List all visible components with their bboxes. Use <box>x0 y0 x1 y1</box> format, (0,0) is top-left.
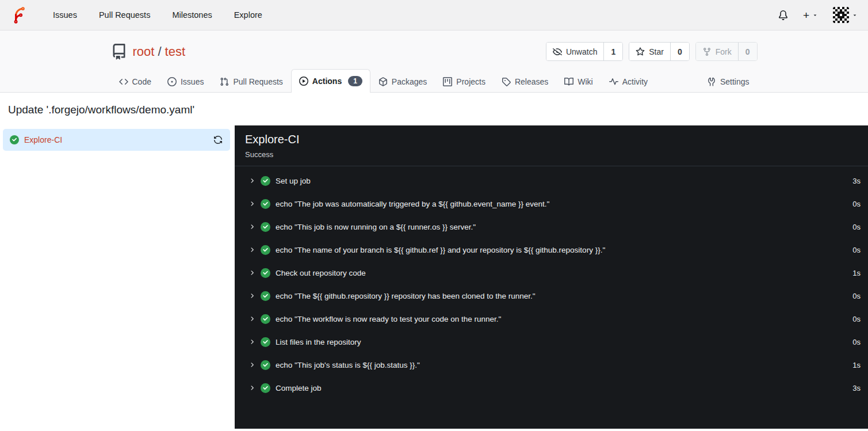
project-icon <box>443 77 452 86</box>
job-log-panel: Explore-CI Success Set up job 3s echo "T… <box>235 125 868 429</box>
star-button[interactable]: Star <box>629 43 670 60</box>
step-row[interactable]: Complete job 3s <box>235 376 868 399</box>
watchers-count[interactable]: 1 <box>603 43 622 60</box>
plus-icon: + <box>803 10 809 21</box>
check-circle-icon <box>261 245 270 255</box>
chevron-right-icon <box>248 269 255 276</box>
check-circle-icon <box>261 360 270 370</box>
code-icon <box>119 77 128 86</box>
step-duration: 0s <box>852 200 861 208</box>
chevron-right-icon <box>248 177 255 184</box>
nav-item-issues[interactable]: Issues <box>53 10 77 20</box>
check-circle-icon <box>261 176 270 186</box>
tab-label: Releases <box>515 77 548 86</box>
step-row[interactable]: Set up job 3s <box>235 169 868 192</box>
fork-label: Fork <box>716 47 732 56</box>
step-name: Set up job <box>276 177 311 185</box>
step-duration: 3s <box>852 177 861 185</box>
log-header: Explore-CI Success <box>235 125 868 166</box>
create-new-menu[interactable]: + <box>803 10 818 21</box>
repo-book-icon <box>111 44 127 60</box>
tab-issues[interactable]: Issues <box>159 70 212 93</box>
tab-settings[interactable]: Settings <box>699 70 758 93</box>
tab-label: Code <box>132 77 151 86</box>
repo-title-row: root / test Unwatch 1 <box>111 30 758 61</box>
step-row[interactable]: echo "This job is now running on a ${{ r… <box>235 215 868 238</box>
chevron-right-icon <box>248 292 255 299</box>
tab-activity[interactable]: Activity <box>601 70 656 93</box>
check-circle-icon <box>261 383 270 393</box>
step-duration: 0s <box>852 223 861 231</box>
run-title: Update '.forgejo/workflows/demo.yaml' <box>0 93 868 125</box>
star-label: Star <box>649 47 664 56</box>
step-row[interactable]: echo "The workflow is now ready to test … <box>235 307 868 330</box>
tab-label: Issues <box>181 77 204 86</box>
step-row[interactable]: echo "This job's status is ${{ job.statu… <box>235 353 868 376</box>
tools-icon <box>707 77 716 86</box>
repo-owner-link[interactable]: root <box>133 44 155 59</box>
tab-projects[interactable]: Projects <box>435 70 494 93</box>
step-name: echo "This job is now running on a ${{ r… <box>276 223 476 231</box>
nav-item-milestones[interactable]: Milestones <box>172 10 212 20</box>
pulse-icon <box>609 77 618 86</box>
step-row[interactable]: echo "The name of your branch is ${{ git… <box>235 238 868 261</box>
step-duration: 0s <box>852 246 861 254</box>
eye-closed-icon <box>553 47 562 56</box>
user-menu[interactable] <box>833 7 858 23</box>
step-row[interactable]: Check out repository code 1s <box>235 261 868 284</box>
step-name: Check out repository code <box>276 269 366 277</box>
step-name: echo "This job's status is ${{ job.statu… <box>276 361 420 369</box>
tab-actions[interactable]: Actions 1 <box>291 69 370 93</box>
notifications-bell-icon[interactable] <box>778 10 788 20</box>
rerun-sync-icon[interactable] <box>213 135 223 144</box>
forgejo-logo-icon[interactable] <box>10 6 29 24</box>
star-icon <box>636 47 645 56</box>
tab-packages[interactable]: Packages <box>370 70 435 93</box>
unwatch-button-group: Unwatch 1 <box>546 42 623 61</box>
repo-name-link[interactable]: test <box>165 44 185 59</box>
log-job-name: Explore-CI <box>245 133 858 146</box>
caret-down-icon <box>812 12 818 18</box>
caret-down-icon <box>852 12 858 18</box>
step-name: echo "The job was automatically triggere… <box>276 200 549 208</box>
step-duration: 3s <box>852 384 861 392</box>
tab-wiki[interactable]: Wiki <box>556 70 601 93</box>
check-circle-icon <box>261 222 270 232</box>
check-circle-icon <box>261 291 270 301</box>
play-circle-icon <box>299 77 308 86</box>
issue-icon <box>167 77 177 86</box>
tab-label: Activity <box>622 77 648 86</box>
step-row[interactable]: echo "The ${{ github.repository }} repos… <box>235 284 868 307</box>
nav-item-explore[interactable]: Explore <box>234 10 262 20</box>
step-row[interactable]: echo "The job was automatically triggere… <box>235 192 868 215</box>
repo-tabs: Code Issues Pull Requests Actions 1 <box>111 69 758 92</box>
tab-label: Actions <box>312 77 342 86</box>
step-duration: 1s <box>852 269 861 277</box>
chevron-right-icon <box>248 338 255 345</box>
unwatch-button[interactable]: Unwatch <box>546 43 603 60</box>
chevron-right-icon <box>248 361 255 368</box>
check-circle-icon <box>261 268 270 278</box>
package-icon <box>378 77 388 86</box>
chevron-right-icon <box>248 200 255 207</box>
stars-count[interactable]: 0 <box>670 43 689 60</box>
chevron-right-icon <box>248 315 255 322</box>
tab-pull-requests[interactable]: Pull Requests <box>212 70 290 93</box>
step-row[interactable]: List files in the repository 0s <box>235 330 868 353</box>
tab-label: Wiki <box>578 77 592 86</box>
repo-action-buttons: Unwatch 1 Star 0 Fork <box>546 42 758 61</box>
step-duration: 0s <box>852 338 861 346</box>
tab-label: Settings <box>720 77 750 86</box>
navbar-right: + <box>778 7 858 23</box>
chevron-right-icon <box>248 384 255 391</box>
job-item-explore-ci[interactable]: Explore-CI <box>3 129 230 151</box>
jobs-sidebar: Explore-CI <box>0 125 235 429</box>
nav-item-pull-requests[interactable]: Pull Requests <box>99 10 150 20</box>
forks-count: 0 <box>738 43 757 60</box>
check-circle-icon <box>261 337 270 347</box>
tab-label: Packages <box>392 77 427 86</box>
tab-releases[interactable]: Releases <box>494 70 556 93</box>
tab-code[interactable]: Code <box>111 70 159 93</box>
star-button-group: Star 0 <box>629 42 689 61</box>
repo-separator: / <box>158 44 161 59</box>
